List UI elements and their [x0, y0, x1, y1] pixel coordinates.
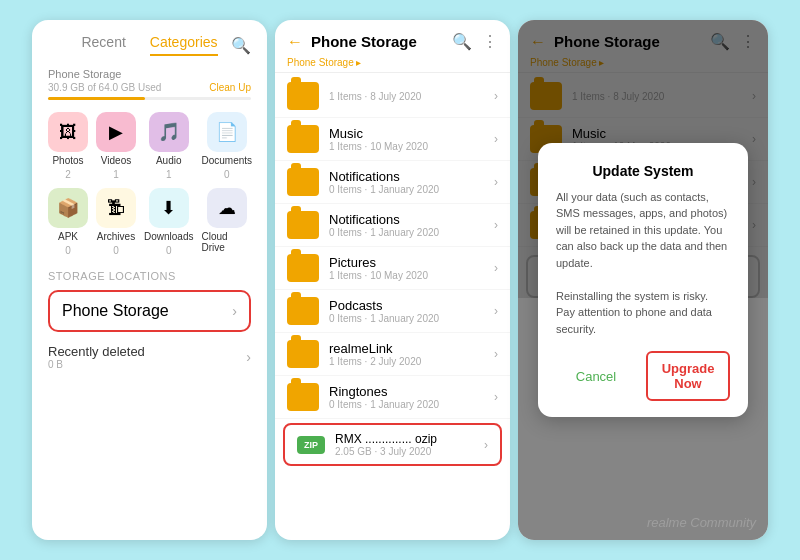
- folder-item-notifications2[interactable]: Notifications 0 Items · 1 January 2020 ›: [275, 204, 510, 247]
- folder-item-realmelink[interactable]: realmeLink 1 Items · 2 July 2020 ›: [275, 333, 510, 376]
- recently-deleted-row[interactable]: Recently deleted 0 B ›: [32, 336, 267, 378]
- folder-item[interactable]: 1 Items · 8 July 2020 ›: [275, 75, 510, 118]
- folder-icon: [287, 125, 319, 153]
- modal-body: All your data (such as contacts, SMS mes…: [556, 189, 730, 338]
- photos-icon: 🖼: [48, 112, 88, 152]
- page-title: Phone Storage: [311, 33, 444, 50]
- back-icon[interactable]: ←: [287, 33, 303, 51]
- archives-icon: 🗜: [96, 188, 136, 228]
- zip-file-item[interactable]: ZIP RMX .............. ozip 2.05 GB · 3 …: [283, 423, 502, 466]
- recently-deleted-size: 0 B: [48, 359, 145, 370]
- folder-item-podcasts[interactable]: Podcasts 0 Items · 1 January 2020 ›: [275, 290, 510, 333]
- screen1-header: Recent Categories 🔍: [32, 20, 267, 64]
- chevron-right-icon: ›: [484, 438, 488, 452]
- cloud-icon: ☁: [207, 188, 247, 228]
- folder-icon: [287, 168, 319, 196]
- screen-phone-storage-modal: ← Phone Storage 🔍 ⋮ Phone Storage ▸ 1 It…: [518, 20, 768, 540]
- screen-recent: Recent Categories 🔍 Phone Storage 30.9 G…: [32, 20, 267, 540]
- downloads-icon: ⬇: [149, 188, 189, 228]
- zip-badge: ZIP: [297, 436, 325, 454]
- folder-icon: [287, 211, 319, 239]
- recently-deleted-label: Recently deleted: [48, 344, 145, 359]
- folder-icon: [287, 254, 319, 282]
- modal-overlay: Update System All your data (such as con…: [518, 20, 768, 540]
- category-cloud[interactable]: ☁ Cloud Drive: [201, 188, 252, 256]
- apk-icon: 📦: [48, 188, 88, 228]
- update-system-modal: Update System All your data (such as con…: [538, 143, 748, 418]
- storage-used: 30.9 GB of 64.0 GB Used: [48, 82, 161, 93]
- search-icon[interactable]: 🔍: [452, 32, 472, 51]
- videos-icon: ▶: [96, 112, 136, 152]
- chevron-right-icon: ›: [246, 349, 251, 365]
- folder-icon: [287, 340, 319, 368]
- phone-storage-item[interactable]: Phone Storage ›: [48, 290, 251, 332]
- chevron-right-icon: ›: [494, 175, 498, 189]
- category-documents[interactable]: 📄 Documents 0: [201, 112, 252, 180]
- phone-storage-label: Phone Storage: [62, 302, 169, 320]
- chevron-right-icon: ›: [232, 303, 237, 319]
- chevron-right-icon: ›: [494, 261, 498, 275]
- category-photos[interactable]: 🖼 Photos 2: [48, 112, 88, 180]
- storage-bar: [48, 97, 251, 100]
- category-downloads[interactable]: ⬇ Downloads 0: [144, 188, 193, 256]
- audio-icon: 🎵: [149, 112, 189, 152]
- folder-item-ringtones[interactable]: Ringtones 0 Items · 1 January 2020 ›: [275, 376, 510, 419]
- chevron-right-icon: ›: [494, 347, 498, 361]
- chevron-right-icon: ›: [494, 89, 498, 103]
- folder-icon: [287, 297, 319, 325]
- category-archives[interactable]: 🗜 Archives 0: [96, 188, 136, 256]
- category-videos[interactable]: ▶ Videos 1: [96, 112, 136, 180]
- folder-icon: [287, 82, 319, 110]
- storage-locations-label: Storage Locations: [32, 260, 267, 286]
- storage-label: Phone Storage: [32, 64, 267, 80]
- category-apk[interactable]: 📦 APK 0: [48, 188, 88, 256]
- screen-phone-storage: ← Phone Storage 🔍 ⋮ Phone Storage ▸ 1 It…: [275, 20, 510, 540]
- cancel-button[interactable]: Cancel: [556, 351, 636, 401]
- screen2-header: ← Phone Storage 🔍 ⋮: [275, 20, 510, 57]
- breadcrumb: Phone Storage ▸: [275, 57, 510, 72]
- menu-icon[interactable]: ⋮: [482, 32, 498, 51]
- upgrade-now-button[interactable]: Upgrade Now: [646, 351, 730, 401]
- folder-item-pictures[interactable]: Pictures 1 Items · 10 May 2020 ›: [275, 247, 510, 290]
- tab-recent[interactable]: Recent: [81, 34, 125, 56]
- categories-grid: 🖼 Photos 2 ▶ Videos 1 🎵 Audio 1 📄 Docume…: [32, 108, 267, 260]
- chevron-right-icon: ›: [494, 390, 498, 404]
- tab-categories[interactable]: Categories: [150, 34, 218, 56]
- folder-item-notifications1[interactable]: Notifications 0 Items · 1 January 2020 ›: [275, 161, 510, 204]
- search-icon[interactable]: 🔍: [231, 36, 251, 55]
- modal-actions: Cancel Upgrade Now: [556, 351, 730, 401]
- folder-icon: [287, 383, 319, 411]
- chevron-right-icon: ›: [494, 132, 498, 146]
- folder-item-music[interactable]: Music 1 Items · 10 May 2020 ›: [275, 118, 510, 161]
- cleanup-button[interactable]: Clean Up: [209, 82, 251, 93]
- chevron-right-icon: ›: [494, 304, 498, 318]
- category-audio[interactable]: 🎵 Audio 1: [144, 112, 193, 180]
- modal-title: Update System: [556, 163, 730, 179]
- chevron-right-icon: ›: [494, 218, 498, 232]
- documents-icon: 📄: [207, 112, 247, 152]
